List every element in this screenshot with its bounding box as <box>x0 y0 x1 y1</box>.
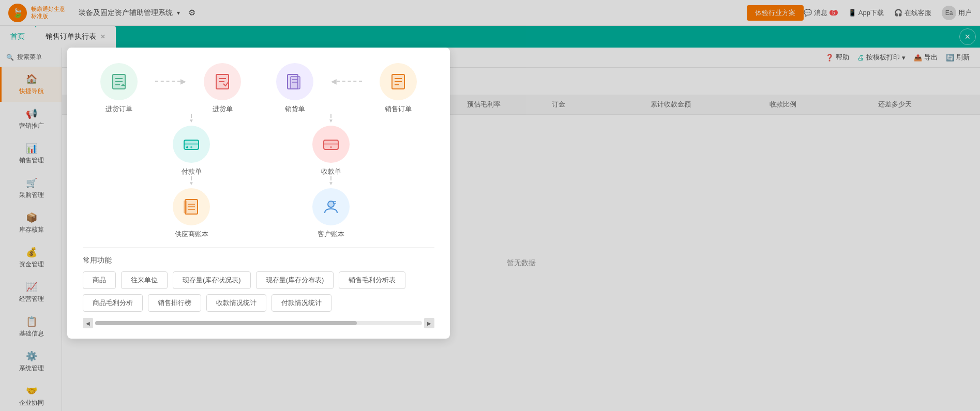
svg-rect-11 <box>291 77 300 89</box>
flow-node-sales-bill[interactable]: 销货单 <box>259 63 331 114</box>
flow-node-customer-ledger[interactable]: 客户账本 <box>295 188 367 239</box>
func-btn-receipt-stats[interactable]: 收款情况统计 <box>206 294 266 312</box>
flow-node-supplier-ledger[interactable]: 供应商账本 <box>155 188 228 239</box>
func-btn-counterparty[interactable]: 往来单位 <box>121 271 168 289</box>
common-functions: 常用功能 商品 往来单位 现存量(库存状况表) 现存量(库存分布表) 销售毛利分… <box>83 247 434 312</box>
flow-node-receipt[interactable]: ¥ 收款单 <box>295 126 367 176</box>
svg-rect-34 <box>184 201 187 213</box>
customer-ledger-icon <box>312 188 350 225</box>
func-btn-payment-stats[interactable]: 付款情况统计 <box>272 294 331 312</box>
svg-point-23 <box>186 146 188 148</box>
flow-diagram: 进货订单 ▶ <box>83 63 434 239</box>
func-btn-product[interactable]: 商品 <box>83 271 116 289</box>
func-btn-stock-status[interactable]: 现存量(库存状况表) <box>173 271 251 289</box>
func-btn-product-margin[interactable]: 商品毛利分析 <box>83 294 143 312</box>
sales-bill-icon <box>276 63 313 100</box>
func-btn-sales-margin[interactable]: 销售毛利分析表 <box>339 271 405 289</box>
common-functions-title: 常用功能 <box>83 256 434 265</box>
flow-node-purchase-bill[interactable]: 进货单 <box>186 63 259 114</box>
func-btn-stock-dist[interactable]: 现存量(库存分布表) <box>256 271 334 289</box>
payment-icon: ¥ <box>173 126 210 163</box>
flow-node-payment[interactable]: ¥ 付款单 <box>155 126 228 176</box>
purchase-order-icon <box>100 63 138 100</box>
flow-node-purchase-order[interactable]: 进货订单 <box>83 63 155 114</box>
func-buttons: 商品 往来单位 现存量(库存状况表) 现存量(库存分布表) 销售毛利分析表 商品… <box>83 271 434 312</box>
scroll-left-button[interactable]: ◀ <box>83 318 93 328</box>
func-btn-sales-rank[interactable]: 销售排行榜 <box>148 294 201 312</box>
flow-node-sales-order[interactable]: 销售订单 <box>362 63 434 114</box>
scrollbar-row: ◀ ▶ <box>83 318 434 328</box>
svg-text:¥: ¥ <box>190 145 193 149</box>
purchase-bill-icon <box>204 63 241 100</box>
receipt-icon: ¥ <box>312 126 350 163</box>
svg-text:¥: ¥ <box>329 145 333 149</box>
supplier-ledger-icon <box>173 188 210 225</box>
quick-nav-dialog: 进货订单 ▶ <box>67 48 450 339</box>
scrollbar-track[interactable] <box>95 321 422 325</box>
sales-order-icon <box>380 63 417 100</box>
scrollbar-thumb <box>95 321 357 325</box>
scroll-right-button[interactable]: ▶ <box>424 318 434 328</box>
